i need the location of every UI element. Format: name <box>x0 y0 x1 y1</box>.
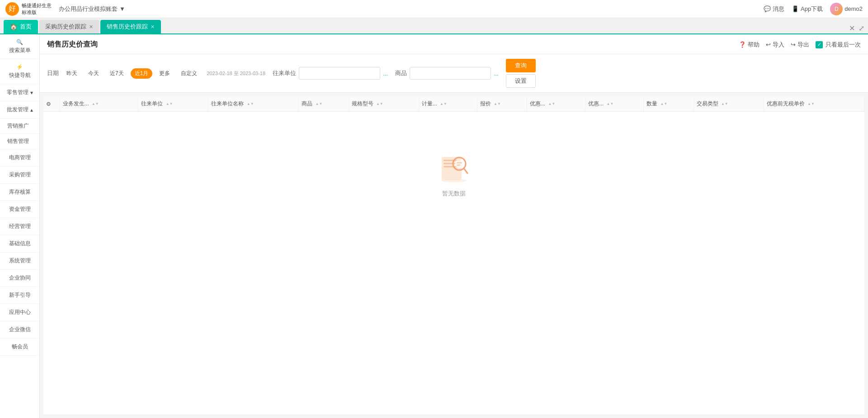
sidebar-item-member[interactable]: 畅会员 <box>0 338 39 356</box>
sort-icon-quantity: ▲▼ <box>660 102 668 106</box>
date-label: 日期 <box>47 69 59 77</box>
query-button[interactable]: 查询 <box>506 59 536 72</box>
date-btn-today[interactable]: 今天 <box>84 68 103 79</box>
sort-icon-discount2: ▲▼ <box>607 102 614 106</box>
sort-icon-quote: ▲▼ <box>494 102 501 106</box>
sidebar-item-finance[interactable]: 资金管理 <box>0 201 39 218</box>
sidebar-item-retail[interactable]: 零售管理 ▾ <box>0 84 39 101</box>
sidebar-item-inventory[interactable]: 库存核算 <box>0 184 39 201</box>
dropdown-icon: ▼ <box>119 5 125 12</box>
sort-icon-trade-type: ▲▼ <box>721 102 728 106</box>
empty-state-row: 暂无数据 <box>43 112 864 234</box>
app-selector[interactable]: 办公用品行业模拟账套 ▼ <box>55 3 129 15</box>
svg-line-7 <box>464 168 467 173</box>
th-quantity[interactable]: 数量 ▲▼ <box>644 96 693 112</box>
svg-rect-9 <box>457 165 460 166</box>
date-btn-custom[interactable]: 自定义 <box>177 68 201 79</box>
message-icon: 💬 <box>764 5 771 12</box>
sidebar-item-system[interactable]: 系统管理 <box>0 252 39 270</box>
help-button[interactable]: ❓ 帮助 <box>739 41 760 49</box>
home-icon: 🏠 <box>10 24 17 30</box>
goods-filter-group: 商品 ... <box>395 67 499 80</box>
tab-sales[interactable]: 销售历史价跟踪 ✕ <box>100 20 161 33</box>
sort-icon-party-code: ▲▼ <box>166 102 173 106</box>
settings-button[interactable]: 设置 <box>506 74 536 88</box>
user-menu[interactable]: D demo2 <box>830 3 863 15</box>
date-btn-more[interactable]: 更多 <box>155 68 174 79</box>
th-goods[interactable]: 商品 ▲▼ <box>299 96 349 112</box>
th-discount1[interactable]: 优惠... ▲▼ <box>527 96 585 112</box>
th-discount2[interactable]: 优惠... ▲▼ <box>585 96 644 112</box>
th-unit[interactable]: 计量... ▲▼ <box>419 96 477 112</box>
page-header-actions: ❓ 帮助 ↩ 导入 ↪ 导出 ✓ 只看最后一次 <box>739 41 861 49</box>
import-button[interactable]: ↩ 导入 <box>766 41 784 49</box>
sort-icon-goods: ▲▼ <box>316 102 323 106</box>
date-range-text: 2023-02-18 至 2023-03-18 <box>207 70 265 77</box>
th-biz-date[interactable]: 业务发生... ▲▼ <box>60 96 138 112</box>
th-gear[interactable]: ⚙ <box>43 96 60 112</box>
sidebar-item-guide[interactable]: 新手引导 <box>0 287 39 304</box>
sidebar-item-operations[interactable]: 经营管理 <box>0 218 39 235</box>
app-download-button[interactable]: 📱 App下载 <box>792 5 823 13</box>
only-last-checkbox[interactable]: ✓ 只看最后一次 <box>816 41 861 49</box>
sort-icon-pre-tax-price: ▲▼ <box>807 102 815 106</box>
sidebar-item-ecommerce[interactable]: 电商管理 <box>0 149 39 166</box>
sort-icon-unit: ▲▼ <box>440 102 447 106</box>
table-header-row: ⚙ 业务发生... ▲▼ 往来单位 ▲▼ 往来单位名称 ▲▼ <box>43 96 864 112</box>
sidebar-item-purchase[interactable]: 采购管理 <box>0 166 39 184</box>
sidebar-item-search[interactable]: 🔍 搜索菜单 <box>0 34 39 59</box>
th-pre-tax-price[interactable]: 优惠前无税单价 ▲▼ <box>764 96 864 112</box>
th-trade-type[interactable]: 交易类型 ▲▼ <box>693 96 764 112</box>
th-quote[interactable]: 报价 ▲▼ <box>477 96 527 112</box>
top-header: 好 畅捷通好生意 标准版 办公用品行业模拟账套 ▼ 💬 消息 📱 App下载 D… <box>0 0 868 18</box>
logo-text: 畅捷通好生意 标准版 <box>22 2 52 15</box>
import-icon: ↩ <box>766 41 771 48</box>
tab-purchase[interactable]: 采购历史价跟踪 ✕ <box>39 20 99 33</box>
sort-icon-discount1: ▲▼ <box>548 102 555 106</box>
page-header: 销售历史价查询 ❓ 帮助 ↩ 导入 ↪ 导出 ✓ 只看最后一次 <box>40 34 868 54</box>
sidebar-sub-item-marketing[interactable]: 营销推广 <box>0 119 39 134</box>
message-button[interactable]: 💬 消息 <box>764 5 784 13</box>
tab-sales-close[interactable]: ✕ <box>151 24 155 30</box>
sidebar-sub-item-sales-mgmt[interactable]: 销售管理 <box>0 134 39 149</box>
quick-nav-icon: ⚡ <box>16 64 23 70</box>
chevron-down-icon: ▾ <box>30 90 33 96</box>
sort-icon-biz-date: ▲▼ <box>92 102 99 106</box>
data-table: ⚙ 业务发生... ▲▼ 往来单位 ▲▼ 往来单位名称 ▲▼ <box>43 96 864 234</box>
th-party-name[interactable]: 往来单位名称 ▲▼ <box>208 96 299 112</box>
th-spec[interactable]: 规格型号 ▲▼ <box>349 96 419 112</box>
export-button[interactable]: ↪ 导出 <box>791 41 809 49</box>
th-party-code[interactable]: 往来单位 ▲▼ <box>138 96 208 112</box>
goods-dots[interactable]: ... <box>494 70 499 77</box>
sidebar-item-quick-nav[interactable]: ⚡ 快捷导航 <box>0 59 39 84</box>
party-dots[interactable]: ... <box>383 70 388 77</box>
chevron-up-icon: ▴ <box>30 107 33 113</box>
tab-purchase-close[interactable]: ✕ <box>89 24 93 30</box>
date-filters: 昨天 今天 近7天 近1月 更多 自定义 <box>62 68 201 79</box>
header-left: 好 畅捷通好生意 标准版 办公用品行业模拟账套 ▼ <box>5 2 129 16</box>
logo-icon: 好 <box>5 2 19 16</box>
svg-point-6 <box>455 159 464 168</box>
checkbox-icon: ✓ <box>816 41 823 48</box>
svg-rect-3 <box>443 163 456 164</box>
sidebar-item-apps[interactable]: 应用中心 <box>0 304 39 321</box>
tab-home[interactable]: 🏠 首页 <box>4 20 38 33</box>
date-btn-yesterday[interactable]: 昨天 <box>62 68 81 79</box>
sidebar-item-basic-info[interactable]: 基础信息 <box>0 235 39 252</box>
goods-input[interactable] <box>410 67 491 80</box>
avatar: D <box>830 3 843 15</box>
date-btn-1month[interactable]: 近1月 <box>131 68 153 79</box>
party-input[interactable] <box>299 67 380 80</box>
date-btn-7days[interactable]: 近7天 <box>106 68 128 79</box>
tab-close-all[interactable]: ✕ <box>849 24 855 33</box>
sidebar-item-wholesale[interactable]: 批发管理 ▴ <box>0 101 39 119</box>
sidebar-item-wechat[interactable]: 企业微信 <box>0 321 39 338</box>
app-name-label: 办公用品行业模拟账套 <box>59 5 118 13</box>
table-area: ⚙ 业务发生... ▲▼ 往来单位 ▲▼ 往来单位名称 ▲▼ <box>43 96 864 414</box>
sidebar-item-enterprise[interactable]: 企业协同 <box>0 270 39 287</box>
main-layout: 🔍 搜索菜单 ⚡ 快捷导航 零售管理 ▾ 批发管理 ▴ 营销推广 销售管理 电商… <box>0 34 868 418</box>
tab-expand[interactable]: ⤢ <box>859 24 864 33</box>
page-title: 销售历史价查询 <box>47 40 98 49</box>
empty-state: 暂无数据 <box>43 112 864 234</box>
search-icon: 🔍 <box>16 39 23 45</box>
